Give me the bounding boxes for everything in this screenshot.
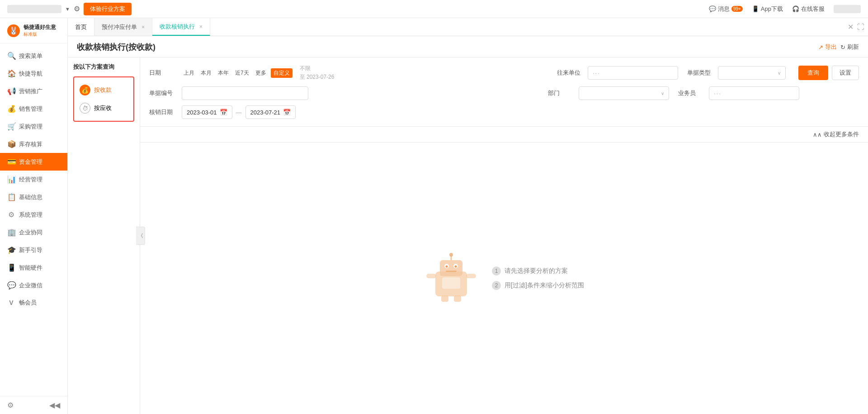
- date-shortcut-more[interactable]: 更多: [254, 68, 268, 78]
- query-button[interactable]: 查询: [798, 66, 828, 80]
- filter-by-receivable[interactable]: ⏱ 按应收: [78, 99, 130, 117]
- sidebar-item-guide[interactable]: 🎓 新手引导: [0, 241, 67, 259]
- vip-icon: V: [7, 299, 15, 306]
- refresh-button[interactable]: ↻ 刷新: [840, 43, 859, 51]
- date-shortcut-this-year[interactable]: 本年: [216, 68, 231, 78]
- logo-main-text: 畅捷通好生意: [24, 24, 56, 31]
- sidebar-item-vip[interactable]: V 畅会员: [0, 294, 67, 311]
- sidebar-item-smart-hw[interactable]: 📱 智能硬件: [0, 259, 67, 276]
- messages-item[interactable]: 💬 消息 99+: [709, 5, 743, 13]
- sidebar-item-finance-label: 资金管理: [19, 158, 42, 166]
- sidebar-item-enterprise[interactable]: 🏢 企业协同: [0, 224, 67, 241]
- solution-button[interactable]: 体验行业方案: [84, 3, 132, 15]
- sidebar-item-marketing[interactable]: 📢 营销推广: [0, 82, 67, 100]
- dropdown-icon[interactable]: ▼: [65, 6, 70, 12]
- by-collection-icon: 💰: [80, 85, 90, 95]
- tab-prepay[interactable]: 预付冲应付单 ×: [94, 18, 152, 36]
- date-separator: —: [236, 109, 242, 116]
- refresh-label: 刷新: [847, 43, 859, 51]
- tab-bar-actions: ✕ ⛶: [844, 18, 868, 36]
- sidebar-item-purchase[interactable]: 🛒 采购管理: [0, 118, 67, 135]
- empty-number-1: 1: [492, 266, 501, 276]
- query-form: 日期 上月 本月 本年 近7天 更多 自定义 不限 至 2023-07-26: [140, 57, 868, 127]
- sidebar-menu: 🔍 搜索菜单 🏠 快捷导航 📢 营销推广 💰 销售管理 🛒 采购管理 📦: [0, 43, 67, 396]
- writeoff-end-date[interactable]: 2023-07-21 📅: [245, 105, 296, 119]
- tab-bar: 首页 预付冲应付单 × 收款核销执行 × ✕ ⛶: [68, 18, 868, 36]
- date-shortcut-this-month[interactable]: 本月: [199, 68, 213, 78]
- sidebar-item-inventory[interactable]: 📦 库存核算: [0, 135, 67, 153]
- gear-icon[interactable]: ⚙: [74, 5, 80, 13]
- svg-point-8: [449, 253, 453, 257]
- empty-hint-2-text: 用[过滤]条件来缩小分析范围: [505, 281, 584, 290]
- sidebar-item-system[interactable]: ⚙ 系统管理: [0, 206, 67, 224]
- writeoff-end-value: 2023-07-21: [250, 109, 281, 116]
- purchase-icon: 🛒: [7, 122, 15, 131]
- bottom-settings-icon[interactable]: ⚙: [7, 401, 14, 409]
- filter-panel-title: 按以下方案查询: [73, 63, 134, 71]
- inventory-icon: 📦: [7, 140, 15, 148]
- staff-input[interactable]: ···: [709, 86, 799, 100]
- sidebar-item-wechat[interactable]: 💬 企业微信: [0, 276, 67, 294]
- sidebar-item-finance[interactable]: 💳 资金管理: [0, 153, 67, 171]
- partner-input[interactable]: ···: [588, 66, 678, 80]
- sidebar-item-quick-nav-label: 快捷导航: [19, 70, 42, 78]
- sidebar-item-guide-label: 新手引导: [19, 246, 42, 254]
- app-download-item[interactable]: 📱 App下载: [752, 5, 783, 13]
- svg-rect-10: [454, 295, 461, 302]
- sidebar-item-sales[interactable]: 💰 销售管理: [0, 100, 67, 118]
- headset-icon: 🎧: [792, 5, 799, 12]
- tab-window-close-icon[interactable]: ✕: [848, 23, 854, 31]
- date-shortcut-last-month[interactable]: 上月: [182, 68, 196, 78]
- partner-label: 往来单位: [557, 69, 584, 77]
- main-layout: 🐰 畅捷通好生意 标准版 🔍 搜索菜单 🏠 快捷导航 📢 营销推广 💰 销售管理: [0, 18, 868, 414]
- sidebar-item-basics-label: 基础信息: [19, 193, 42, 201]
- doc-type-select[interactable]: ∨: [718, 66, 786, 80]
- partner-dots: ···: [593, 70, 600, 76]
- doc-type-arrow: ∨: [778, 71, 781, 76]
- sidebar-item-basics[interactable]: 📋 基础信息: [0, 188, 67, 206]
- sidebar-item-enterprise-label: 企业协同: [19, 228, 42, 237]
- date-shortcut-custom[interactable]: 自定义: [271, 68, 292, 78]
- date-shortcuts: 上月 本月 本年 近7天 更多 自定义: [182, 68, 292, 78]
- brand-placeholder: [7, 5, 61, 13]
- svg-rect-13: [442, 277, 460, 289]
- system-icon: ⚙: [7, 210, 15, 219]
- doc-no-input[interactable]: [182, 86, 308, 100]
- export-button[interactable]: ↗ 导出: [818, 43, 837, 51]
- date-no-limit: 不限: [300, 65, 335, 72]
- sidebar-item-operations[interactable]: 📊 经营管理: [0, 171, 67, 188]
- collapse-more-button[interactable]: ∧∧ 收起更多条件: [813, 130, 859, 138]
- writeoff-start-date[interactable]: 2023-03-01 📅: [182, 105, 232, 119]
- top-bar-right: 💬 消息 99+ 📱 App下载 🎧 在线客服: [709, 5, 861, 13]
- tab-resize-icon[interactable]: ⛶: [857, 23, 864, 31]
- sidebar-item-marketing-label: 营销推广: [19, 87, 42, 95]
- sidebar-item-inventory-label: 库存核算: [19, 140, 42, 148]
- sidebar-item-system-label: 系统管理: [19, 211, 42, 219]
- bottom-collapse-icon[interactable]: ◀◀: [49, 401, 60, 409]
- settings-button[interactable]: 设置: [832, 66, 859, 80]
- tab-prepay-close[interactable]: ×: [142, 24, 145, 30]
- enterprise-icon: 🏢: [7, 228, 15, 237]
- app-download-label: App下载: [761, 5, 783, 13]
- page-header: 收款核销执行(按收款) ↗ 导出 ↻ 刷新: [68, 36, 868, 57]
- online-service-item[interactable]: 🎧 在线客服: [792, 5, 825, 13]
- date-label: 日期: [149, 69, 176, 77]
- date-shortcut-7days[interactable]: 近7天: [233, 68, 251, 78]
- sidebar-item-search-menu[interactable]: 🔍 搜索菜单: [0, 47, 67, 65]
- tab-home[interactable]: 首页: [68, 18, 94, 36]
- tab-collection-close[interactable]: ×: [199, 24, 203, 30]
- dept-select[interactable]: ∨: [579, 86, 669, 100]
- page-title: 收款核销执行(按收款): [77, 42, 156, 52]
- filter-by-collection[interactable]: 💰 按收款: [78, 81, 130, 99]
- tab-collection[interactable]: 收款核销执行 ×: [152, 18, 210, 36]
- online-service-label: 在线客服: [801, 5, 825, 13]
- tab-home-label: 首页: [75, 23, 87, 31]
- calendar-start-icon: 📅: [220, 109, 227, 116]
- sidebar-logo: 🐰 畅捷通好生意 标准版: [0, 18, 67, 43]
- sidebar-item-quick-nav[interactable]: 🏠 快捷导航: [0, 65, 67, 82]
- svg-rect-6: [446, 271, 457, 272]
- filter-collapse-button[interactable]: 《: [136, 227, 145, 245]
- dept-label: 部门: [548, 89, 575, 97]
- empty-state: 1 请先选择要分析的方案 2 用[过滤]条件来缩小分析范围: [140, 143, 868, 414]
- sidebar-item-smart-hw-label: 智能硬件: [19, 264, 42, 272]
